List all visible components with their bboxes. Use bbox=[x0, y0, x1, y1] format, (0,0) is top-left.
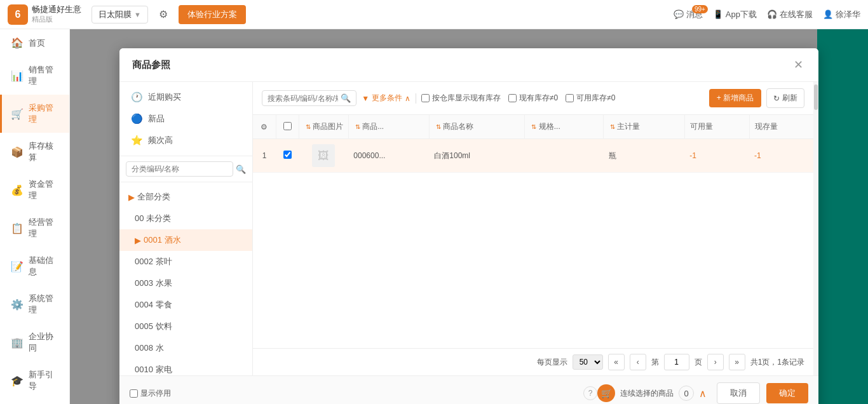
per-page-select[interactable]: 50 bbox=[573, 354, 603, 370]
category-search-area: 🔍 bbox=[119, 156, 252, 182]
row-stock: -1 bbox=[749, 139, 813, 173]
sidebar-item-enterprise[interactable]: 🏢 企业协同 bbox=[0, 323, 69, 361]
product-search-icon[interactable]: 🔍 bbox=[341, 93, 351, 103]
quick-frequent[interactable]: ⭐ 频次高 bbox=[125, 130, 247, 151]
cat-arrow-icon: ▶ bbox=[128, 192, 135, 202]
inventory-icon: 📦 bbox=[11, 146, 24, 158]
refresh-icon: ↻ bbox=[773, 94, 780, 103]
prev-page-button[interactable]: ‹ bbox=[630, 354, 646, 370]
filter-divider bbox=[416, 93, 416, 104]
category-list: ▶ 全部分类 00 未分类 ▶ 0001 酒水 0002 茶 bbox=[119, 182, 252, 375]
category-search-input[interactable] bbox=[126, 161, 233, 177]
col-check-header[interactable] bbox=[276, 115, 299, 139]
vertical-scrollbar[interactable] bbox=[813, 82, 818, 375]
next-page-button[interactable]: › bbox=[707, 354, 724, 370]
scrollbar-thumb[interactable] bbox=[814, 84, 818, 110]
show-disabled-checkbox-label[interactable]: 显示停用 bbox=[130, 388, 171, 399]
row-checkbox-cell[interactable] bbox=[276, 139, 299, 173]
filter-checkboxes: 按仓库显示现有库存 现有库存≠0 可用库存≠0 bbox=[421, 93, 616, 104]
first-page-button[interactable]: « bbox=[608, 354, 625, 370]
more-filter-button[interactable]: ▼ 更多条件 ∧ bbox=[362, 93, 410, 104]
online-support-button[interactable]: 🎧 在线客服 bbox=[767, 9, 813, 20]
sidebar-item-basic[interactable]: 📝 基础信息 bbox=[0, 247, 69, 285]
add-product-button[interactable]: + 新增商品 bbox=[709, 89, 761, 107]
home-icon: 🏠 bbox=[11, 37, 24, 49]
table-row[interactable]: 1 🖼 000600... 白酒100ml bbox=[253, 139, 813, 173]
basic-icon: 📝 bbox=[11, 260, 24, 273]
pagination-area: 每页显示 50 « ‹ 第 页 › » 共1页，1条记录 bbox=[253, 348, 813, 375]
product-modal: 商品参照 ✕ 🕐 近期购买 🔵 bbox=[119, 48, 818, 404]
cat-item-0002[interactable]: 0002 茶叶 bbox=[119, 251, 252, 273]
cat-item-0001[interactable]: ▶ 0001 酒水 bbox=[119, 229, 252, 251]
filter-icon: ▼ bbox=[362, 94, 369, 103]
cat-item-0004[interactable]: 0004 零食 bbox=[119, 294, 252, 316]
cart-icon[interactable]: 🛒 bbox=[597, 384, 615, 402]
col-unit-header[interactable]: ⇅ 主计量 bbox=[604, 115, 685, 139]
guide-icon: 🎓 bbox=[11, 375, 24, 387]
quick-access-area: 🕐 近期购买 🔵 新品 ⭐ 频次高 bbox=[119, 82, 252, 156]
sidebar-item-apps[interactable]: 📱 应用中心 bbox=[0, 400, 69, 404]
modal-close-button[interactable]: ✕ bbox=[790, 57, 806, 72]
headset-icon: 🎧 bbox=[767, 10, 777, 19]
col-name-header[interactable]: ⇅ 商品名称 bbox=[429, 115, 525, 139]
modal-left-panel: 🕐 近期购买 🔵 新品 ⭐ 频次高 bbox=[119, 82, 253, 375]
cat-item-0005[interactable]: 0005 饮料 bbox=[119, 316, 252, 337]
avatar-icon: 👤 bbox=[823, 10, 833, 19]
collapse-cart-icon[interactable]: ∧ bbox=[699, 387, 707, 400]
col-available-header[interactable]: 可用量 bbox=[684, 115, 749, 139]
try-industry-button[interactable]: 体验行业方案 bbox=[179, 5, 246, 24]
sidebar-item-management[interactable]: 📋 经营管理 bbox=[0, 209, 69, 247]
footer-cart: 🛒 连续选择的商品 0 ∧ bbox=[597, 384, 707, 402]
select-all-checkbox[interactable] bbox=[283, 122, 292, 130]
modal-title: 商品参照 bbox=[132, 59, 170, 71]
cat-item-0010[interactable]: 0010 家电 bbox=[119, 359, 252, 375]
filter-arrow-icon: ∧ bbox=[405, 94, 410, 103]
quick-recent[interactable]: 🕐 近期购买 bbox=[125, 87, 247, 107]
product-search-input[interactable] bbox=[268, 94, 338, 103]
sidebar-item-sales[interactable]: 📊 销售管理 bbox=[0, 57, 69, 95]
sidebar-item-guide[interactable]: 🎓 新手引导 bbox=[0, 361, 69, 400]
show-disabled-checkbox[interactable] bbox=[130, 389, 138, 398]
sidebar: 🏠 首页 📊 销售管理 🛒 采购管理 📦 库存核算 💰 资金管理 📋 经营管理 … bbox=[0, 29, 70, 404]
filter-usable-checkbox[interactable]: 可用库存≠0 bbox=[566, 93, 615, 104]
filter-warehouse-checkbox[interactable]: 按仓库显示现有库存 bbox=[421, 93, 501, 104]
cat-item-all[interactable]: ▶ 全部分类 bbox=[119, 186, 252, 208]
sidebar-item-purchase[interactable]: 🛒 采购管理 bbox=[0, 95, 69, 133]
app-download-button[interactable]: 📱 App下载 bbox=[713, 9, 757, 20]
management-icon: 📋 bbox=[11, 222, 24, 234]
user-menu[interactable]: 👤 徐泽华 bbox=[823, 9, 860, 20]
row-checkbox[interactable] bbox=[283, 151, 292, 159]
col-code-header[interactable]: ⇅ 商品... bbox=[348, 115, 429, 139]
cat-item-0008[interactable]: 0008 水 bbox=[119, 337, 252, 359]
page-number-input[interactable] bbox=[664, 354, 689, 370]
purchase-icon: 🛒 bbox=[11, 108, 24, 120]
nav-selector[interactable]: 日太阳膜 ▼ bbox=[92, 6, 148, 24]
sidebar-item-inventory[interactable]: 📦 库存核算 bbox=[0, 133, 69, 171]
finance-icon: 💰 bbox=[11, 184, 24, 196]
row-img-cell: 🖼 bbox=[299, 139, 348, 173]
filter-available-checkbox[interactable]: 现有库存≠0 bbox=[508, 93, 558, 104]
refresh-button[interactable]: ↻ 刷新 bbox=[766, 88, 804, 108]
notifications-button[interactable]: 💬 消息 99+ bbox=[674, 9, 703, 20]
col-stock-header[interactable]: 现存量 bbox=[749, 115, 813, 139]
product-toolbar: 🔍 ▼ 更多条件 ∧ 按仓库显示现有库存 bbox=[253, 82, 813, 115]
help-icon[interactable]: ? bbox=[583, 386, 597, 400]
settings-icon[interactable]: ⚙ bbox=[153, 4, 173, 25]
quick-new[interactable]: 🔵 新品 bbox=[125, 109, 247, 129]
last-page-button[interactable]: » bbox=[729, 354, 745, 370]
logo-area: 6 畅捷通好生意 精品版 bbox=[8, 4, 81, 25]
confirm-button[interactable]: 确定 bbox=[766, 383, 808, 403]
cancel-button[interactable]: 取消 bbox=[717, 382, 760, 404]
col-settings-header[interactable]: ⚙ bbox=[253, 115, 276, 139]
cat-item-0003[interactable]: 0003 水果 bbox=[119, 273, 252, 294]
logo-icon: 6 bbox=[8, 4, 28, 25]
sidebar-item-finance[interactable]: 💰 资金管理 bbox=[0, 171, 69, 209]
col-spec-header[interactable]: ⇅ 规格... bbox=[525, 115, 604, 139]
row-name: 白酒100ml bbox=[429, 139, 525, 173]
selector-arrow-icon: ▼ bbox=[134, 11, 141, 18]
sidebar-item-system[interactable]: ⚙️ 系统管理 bbox=[0, 285, 69, 323]
cat-item-none[interactable]: 00 未分类 bbox=[119, 208, 252, 229]
sort-icon-code: ⇅ bbox=[355, 123, 360, 130]
category-search-icon[interactable]: 🔍 bbox=[236, 165, 246, 174]
sidebar-item-home[interactable]: 🏠 首页 bbox=[0, 29, 69, 57]
